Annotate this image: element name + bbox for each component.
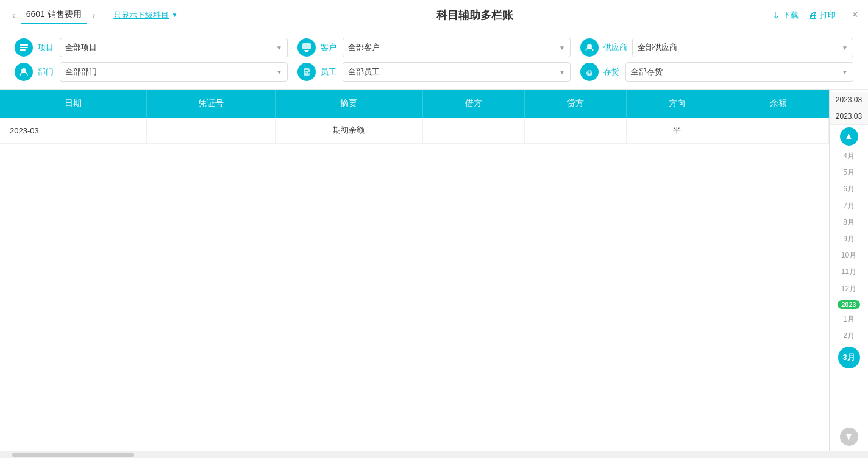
- svg-rect-2: [20, 49, 26, 51]
- svg-rect-0: [20, 44, 28, 46]
- col-date: 日期: [0, 90, 146, 118]
- svg-rect-1: [20, 47, 28, 48]
- print-button[interactable]: 🖨 打印: [808, 10, 836, 21]
- inventory-select-arrow: ▼: [842, 69, 848, 76]
- supplier-icon: [580, 38, 599, 57]
- year-badge[interactable]: 2023: [838, 300, 859, 309]
- employee-label: 员工: [321, 66, 338, 77]
- table-header-row: 日期 凭证号 摘要 借方 贷方 方向 余额: [0, 90, 829, 118]
- timeline-month-4[interactable]: 4月: [830, 148, 868, 164]
- timeline-month-3-active[interactable]: 3月: [838, 347, 860, 368]
- timeline-month-8[interactable]: 8月: [830, 214, 868, 231]
- inventory-icon: [580, 63, 599, 81]
- project-select-arrow: ▼: [276, 44, 282, 51]
- department-select-arrow: ▼: [276, 69, 282, 76]
- project-value: 全部项目: [65, 42, 97, 53]
- col-direction: 方向: [626, 90, 728, 118]
- timeline-month-10[interactable]: 10月: [830, 247, 868, 264]
- timeline-header-1[interactable]: 2023.03: [830, 92, 868, 108]
- sublevel-dropdown-arrow: ▼: [171, 12, 177, 18]
- department-select[interactable]: 全部部门 ▼: [60, 62, 288, 82]
- download-button[interactable]: ⇓ 下载: [772, 10, 799, 21]
- prev-arrow[interactable]: ‹: [10, 9, 18, 21]
- filter-supplier: 供应商 全部供应商 ▼: [575, 35, 858, 60]
- table-container: 日期 凭证号 摘要 借方 贷方 方向 余额 2023-03 期初余额: [0, 90, 829, 451]
- customer-select[interactable]: 全部客户 ▼: [343, 38, 571, 57]
- timeline-panel: 2023.03 2023.03 ▲ 4月 5月 6月 7月 8月 9月 10月 …: [829, 90, 868, 451]
- project-icon: [15, 38, 33, 57]
- download-icon: ⇓: [772, 10, 780, 21]
- cell-voucher: [146, 118, 275, 144]
- year-badge-container: 2023: [830, 297, 868, 311]
- customer-select-arrow: ▼: [559, 44, 565, 51]
- timeline-month-1[interactable]: 1月: [830, 311, 868, 328]
- supplier-label: 供应商: [603, 42, 627, 53]
- page-title: 科目辅助多栏账: [177, 8, 772, 23]
- timeline-month-2[interactable]: 2月: [830, 328, 868, 344]
- svg-rect-3: [302, 43, 311, 49]
- timeline-month-9[interactable]: 9月: [830, 231, 868, 247]
- cell-debit: [422, 118, 524, 144]
- inventory-value: 全部存货: [631, 66, 663, 77]
- employee-icon: [297, 63, 316, 81]
- filter-customer: 客户 全部客户 ▼: [293, 35, 575, 60]
- cell-credit: [524, 118, 626, 144]
- timeline-month-5[interactable]: 5月: [830, 164, 868, 181]
- active-month-container: 3月: [830, 344, 868, 371]
- col-voucher: 凭证号: [146, 90, 275, 118]
- customer-icon: [297, 38, 316, 57]
- supplier-select[interactable]: 全部供应商 ▼: [632, 38, 853, 57]
- filter-department: 部门 全部部门 ▼: [10, 60, 293, 84]
- table-wrapper: 日期 凭证号 摘要 借方 贷方 方向 余额 2023-03 期初余额: [0, 90, 868, 451]
- employee-value: 全部员工: [348, 66, 380, 77]
- top-actions: ⇓ 下载 🖨 打印 ×: [772, 9, 858, 21]
- customer-label: 客户: [321, 42, 338, 53]
- nav-left: ‹ 6601 销售费用 › 只显示下级科目 ▼: [10, 7, 177, 24]
- svg-rect-7: [305, 70, 308, 71]
- inventory-label: 存货: [603, 66, 621, 77]
- cell-date: 2023-03: [0, 118, 146, 144]
- timeline-month-12[interactable]: 12月: [830, 281, 868, 297]
- ledger-table: 日期 凭证号 摘要 借方 贷方 方向 余额 2023-03 期初余额: [0, 90, 829, 144]
- main-container: ‹ 6601 销售费用 › 只显示下级科目 ▼ 科目辅助多栏账 ⇓ 下载 🖨 打…: [0, 0, 868, 458]
- show-sublevel-label: 只显示下级科目: [113, 10, 169, 21]
- col-balance: 余额: [728, 90, 828, 118]
- timeline-down-arrow[interactable]: ▼: [840, 428, 858, 446]
- filter-area: 项目 全部项目 ▼ 客户 全部客户 ▼: [0, 30, 868, 90]
- customer-value: 全部客户: [348, 42, 380, 53]
- timeline-month-6[interactable]: 6月: [830, 181, 868, 197]
- inventory-select[interactable]: 全部存货 ▼: [625, 62, 853, 82]
- print-icon: 🖨: [808, 10, 817, 20]
- cell-summary: 期初余额: [275, 118, 422, 144]
- timeline-section: 4月 5月 6月 7月 8月 9月 10月 11月 12月 2023 1月 2月: [830, 148, 868, 425]
- scroll-thumb[interactable]: [12, 453, 134, 457]
- col-summary: 摘要: [275, 90, 422, 118]
- close-button[interactable]: ×: [852, 9, 858, 21]
- timeline-month-7[interactable]: 7月: [830, 198, 868, 214]
- next-arrow[interactable]: ›: [90, 9, 98, 21]
- cell-balance: [728, 118, 828, 144]
- horizontal-scrollbar[interactable]: [0, 451, 868, 458]
- show-sublevel-toggle[interactable]: 只显示下级科目 ▼: [113, 10, 177, 21]
- col-credit: 贷方: [524, 90, 626, 118]
- project-select[interactable]: 全部项目 ▼: [60, 38, 288, 57]
- timeline-month-11[interactable]: 11月: [830, 264, 868, 280]
- department-value: 全部部门: [65, 66, 97, 77]
- download-label: 下载: [783, 10, 799, 21]
- employee-select[interactable]: 全部员工 ▼: [343, 62, 571, 82]
- employee-select-arrow: ▼: [559, 69, 565, 76]
- cell-direction: 平: [626, 118, 728, 144]
- timeline-header-2[interactable]: 2023.03: [830, 108, 868, 125]
- department-icon: [15, 63, 33, 81]
- table-row: 2023-03 期初余额 平: [0, 118, 829, 144]
- svg-rect-8: [305, 72, 307, 73]
- timeline-up-arrow[interactable]: ▲: [840, 127, 858, 146]
- print-label: 打印: [820, 10, 836, 21]
- account-code[interactable]: 6601 销售费用: [21, 7, 87, 24]
- filter-employee: 员工 全部员工 ▼: [293, 60, 575, 84]
- filter-project: 项目 全部项目 ▼: [10, 35, 293, 60]
- project-label: 项目: [38, 42, 55, 53]
- top-bar: ‹ 6601 销售费用 › 只显示下级科目 ▼ 科目辅助多栏账 ⇓ 下载 🖨 打…: [0, 0, 868, 30]
- filter-inventory: 存货 全部存货 ▼: [575, 60, 858, 84]
- department-label: 部门: [38, 66, 55, 77]
